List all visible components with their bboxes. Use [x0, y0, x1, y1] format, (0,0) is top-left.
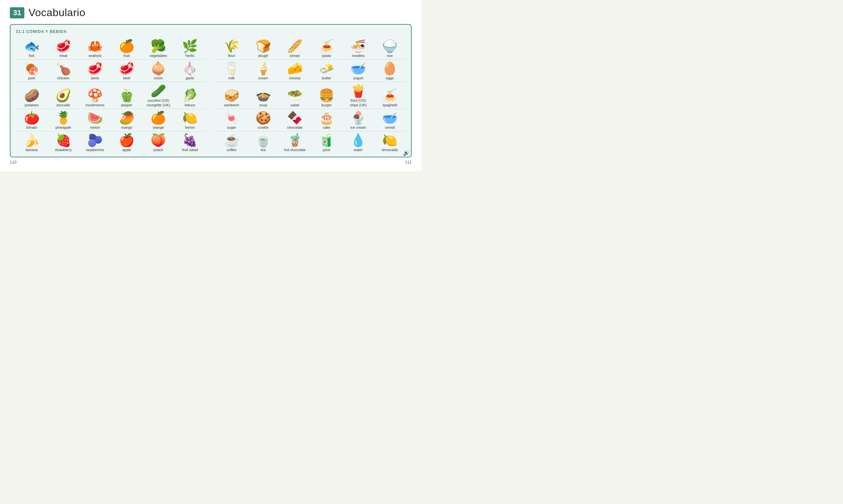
right-row-0: 🌾flour🍞dough🥖bread🍝pasta🍜noodles🍚rice — [216, 37, 406, 59]
vocab-item-left-1-4: 🧅onion — [143, 62, 174, 80]
food-icon-right-0-3: 🍝 — [319, 40, 334, 52]
vocab-item-right-1-4: 🥣yogurt — [342, 62, 374, 80]
food-icon-right-2-0: 🥪 — [224, 89, 239, 102]
food-label-right-1-3: butter — [322, 76, 331, 80]
food-icon-right-1-3: 🧈 — [319, 62, 334, 75]
right-row-4: ☕coffee🍵tea🧋hot chocolate🧃juice💧water🍋le… — [216, 131, 406, 154]
vocab-item-right-1-2: 🧀cheese — [279, 62, 310, 80]
food-label-left-0-5: herbs — [185, 54, 195, 58]
vocab-item-right-3-4: 🍨ice cream — [342, 112, 374, 130]
vocab-item-left-2-2: 🍄mushrooms — [79, 89, 111, 107]
left-row-4: 🍌banana🍓strawberry🫐raspberries🍎apple🍑pea… — [16, 131, 206, 154]
food-label-left-0-2: seafood — [89, 54, 102, 58]
vocab-item-left-4-2: 🫐raspberries — [79, 134, 111, 152]
food-icon-right-4-3: 🧃 — [319, 134, 334, 146]
food-label-right-0-0: flour — [228, 54, 235, 58]
left-column: 🐟fish🥩meat🦀seafood🍊fruit🥦vegetables🌿herb… — [16, 37, 206, 154]
food-icon-left-3-2: 🍉 — [87, 112, 103, 124]
food-icon-left-4-5: 🍇 — [182, 134, 198, 146]
food-icon-left-1-3: 🥩 — [119, 62, 134, 75]
food-icon-right-1-4: 🥣 — [351, 62, 366, 75]
food-icon-right-2-5: 🍝 — [382, 89, 397, 102]
food-icon-left-1-4: 🧅 — [150, 62, 166, 75]
vocab-item-right-0-2: 🥖bread — [279, 40, 310, 58]
food-icon-left-4-2: 🫐 — [87, 134, 103, 146]
vocab-item-left-3-3: 🥭mango — [111, 112, 143, 130]
vocab-item-left-0-1: 🥩meat — [48, 40, 79, 58]
vocab-item-right-4-5: 🍋lemonade — [374, 134, 406, 152]
food-label-left-0-0: fish — [29, 54, 35, 58]
left-row-0: 🐟fish🥩meat🦀seafood🍊fruit🥦vegetables🌿herb… — [16, 37, 206, 59]
food-icon-right-3-3: 🎂 — [319, 112, 334, 124]
vocab-item-left-0-5: 🌿herbs — [174, 40, 206, 58]
food-label-right-2-5: spaghetti — [383, 103, 397, 107]
page-header: 31 Vocabulario — [10, 6, 412, 19]
food-icon-left-1-5: 🧄 — [182, 62, 198, 75]
vocab-item-right-3-0: 🍬sugar — [216, 112, 247, 130]
food-label-left-0-1: meat — [59, 54, 67, 58]
food-label-left-3-5: lemon — [185, 125, 195, 130]
food-label-left-1-3: beef — [123, 76, 130, 80]
food-icon-right-4-2: 🧋 — [287, 134, 303, 146]
vocab-item-right-3-5: 🥣cereal — [374, 112, 406, 130]
food-icon-right-2-3: 🍔 — [319, 89, 334, 102]
food-label-right-0-1: dough — [258, 54, 268, 58]
vocab-item-left-2-1: 🥑avocado — [48, 89, 79, 107]
vocab-item-left-4-5: 🍇fruit salad — [174, 134, 206, 152]
right-column: 🌾flour🍞dough🥖bread🍝pasta🍜noodles🍚rice🥛mi… — [216, 37, 406, 154]
footer-right: 111 — [405, 160, 412, 165]
vocab-item-left-2-5: 🥬lettuce — [174, 89, 206, 107]
food-label-right-3-2: chocolate — [287, 125, 303, 130]
food-label-right-3-0: sugar — [227, 125, 236, 130]
vocab-item-right-2-3: 🍔burger — [311, 89, 342, 107]
food-icon-left-0-4: 🥦 — [150, 40, 166, 52]
food-icon-left-2-1: 🥑 — [56, 89, 71, 102]
vocab-item-right-3-1: 🍪cookie — [247, 112, 279, 130]
food-icon-left-3-3: 🥭 — [119, 112, 134, 124]
food-icon-right-1-1: 🍦 — [255, 62, 271, 75]
vocab-item-left-1-5: 🧄garlic — [174, 62, 206, 80]
vocab-item-right-0-1: 🍞dough — [247, 40, 279, 58]
vocab-item-right-2-4: 🍟fries (US) chips (UK) — [342, 85, 374, 107]
vocab-box: 31.1 COMIDA Y BEBIDA 🐟fish🥩meat🦀seafood🍊… — [10, 24, 412, 157]
food-label-left-2-4: zucchini (US) courgette (UK) — [146, 98, 170, 107]
vocab-item-left-3-2: 🍉melon — [79, 112, 111, 130]
food-icon-right-0-5: 🍚 — [382, 40, 397, 52]
food-label-right-1-0: milk — [228, 76, 235, 80]
food-icon-left-3-4: 🍊 — [150, 112, 166, 124]
vocab-item-right-4-1: 🍵tea — [247, 134, 279, 152]
vocab-item-left-3-4: 🍊orange — [143, 112, 174, 130]
vocab-item-left-1-3: 🥩beef — [111, 62, 143, 80]
page: 31 Vocabulario 31.1 COMIDA Y BEBIDA 🐟fis… — [0, 0, 422, 171]
speaker-icon[interactable]: 🔊 — [403, 150, 410, 156]
food-label-left-3-1: pineapple — [55, 125, 71, 130]
food-label-right-3-3: cake — [323, 125, 330, 130]
food-icon-right-0-1: 🍞 — [255, 40, 271, 52]
food-label-left-4-2: raspberries — [86, 148, 104, 152]
food-label-left-1-4: onion — [154, 76, 163, 80]
page-title: Vocabulario — [28, 6, 85, 19]
food-icon-left-3-1: 🍍 — [56, 112, 71, 124]
food-icon-right-2-2: 🥗 — [287, 89, 303, 102]
food-icon-right-0-2: 🥖 — [287, 40, 303, 52]
food-label-left-0-4: vegetables — [149, 54, 167, 58]
section-label: 31.1 COMIDA Y BEBIDA — [16, 29, 406, 34]
vocab-item-left-0-3: 🍊fruit — [111, 40, 143, 58]
food-label-right-4-5: lemonade — [382, 148, 398, 152]
food-icon-left-2-3: 🫑 — [119, 89, 134, 102]
vocab-item-left-0-0: 🐟fish — [16, 40, 48, 58]
vocab-item-right-4-4: 💧water — [342, 134, 374, 152]
food-label-left-1-1: chicken — [57, 76, 70, 80]
vocab-item-right-1-5: 🥚eggs — [374, 62, 406, 80]
food-icon-right-1-2: 🧀 — [287, 62, 303, 75]
food-label-right-0-5: rice — [387, 54, 393, 58]
vocab-item-right-4-0: ☕coffee — [216, 134, 247, 152]
food-icon-left-3-5: 🍋 — [182, 112, 198, 124]
vocab-item-right-2-5: 🍝spaghetti — [374, 89, 406, 107]
food-label-left-1-2: lamb — [91, 76, 99, 80]
food-icon-left-1-0: 🍖 — [24, 62, 39, 75]
food-icon-left-4-4: 🍑 — [150, 134, 166, 146]
food-label-right-4-2: hot chocolate — [284, 148, 306, 152]
food-label-right-2-0: sandwich — [224, 103, 239, 107]
food-label-left-3-3: mango — [121, 125, 132, 130]
